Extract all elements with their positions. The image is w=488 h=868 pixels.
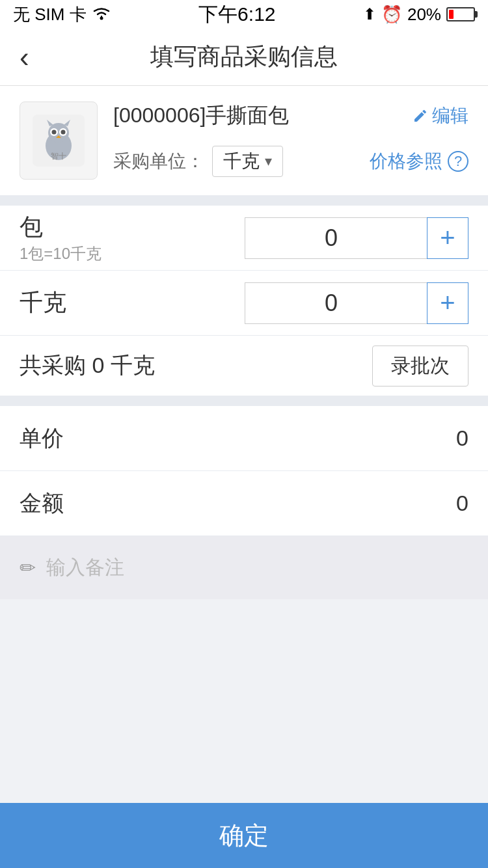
bao-input[interactable] (245, 217, 427, 259)
pencil-icon: ✏ (20, 556, 36, 579)
alarm-icon: ⏰ (381, 5, 402, 25)
remark-placeholder: 输入备注 (46, 554, 124, 581)
battery-percent: 20% (407, 5, 441, 25)
divider-2 (0, 401, 488, 406)
page-title: 填写商品采购信息 (150, 41, 338, 73)
svg-point-8 (52, 130, 57, 135)
summary-row: 共采购 0 千克 录批次 (0, 336, 488, 401)
unit-price-value: 0 (456, 426, 468, 451)
summary-text: 共采购 0 千克 (20, 351, 155, 381)
svg-point-9 (61, 130, 66, 135)
status-bar-left: 无 SIM 卡 (13, 3, 111, 26)
status-bar-right: ⬆ ⏰ 20% (363, 5, 475, 25)
amount-value: 0 (456, 491, 468, 516)
back-button[interactable]: ‹ (20, 43, 29, 72)
content-spacer (0, 599, 488, 803)
remark-section[interactable]: ✏ 输入备注 (0, 536, 488, 599)
batch-button[interactable]: 录批次 (372, 346, 468, 387)
amount-row: 金额 0 (0, 471, 488, 536)
status-time: 下午6:12 (198, 1, 275, 28)
confirm-button[interactable]: 确定 (0, 803, 488, 868)
unit-label: 采购单位： (113, 149, 204, 174)
price-ref-button[interactable]: 价格参照 ? (370, 149, 468, 174)
kg-input[interactable] (245, 282, 427, 324)
kg-label: 千克 (20, 287, 98, 319)
carrier-text: 无 SIM 卡 (13, 3, 87, 26)
product-logo: 智十 (33, 115, 85, 167)
product-card: 智十 [0000006]手撕面包 编辑 采购单位： 千克 ▾ (0, 86, 488, 200)
amount-label: 金额 (20, 489, 64, 519)
bao-sub-label: 1包=10千克 (20, 243, 102, 264)
input-section: 包 1包=10千克 + 千克 + (0, 206, 488, 336)
svg-point-0 (100, 16, 103, 20)
location-icon: ⬆ (363, 5, 376, 23)
kg-plus-button[interactable]: + (427, 282, 468, 324)
bao-plus-button[interactable]: + (427, 217, 468, 259)
kg-input-row: 千克 + (0, 271, 488, 336)
unit-price-row: 单价 0 (0, 406, 488, 471)
wifi-icon (92, 5, 111, 25)
product-info: [0000006]手撕面包 编辑 采购单位： 千克 ▾ 价格参照 ? (113, 102, 468, 177)
product-thumbnail: 智十 (20, 102, 98, 180)
status-bar: 无 SIM 卡 下午6:12 ⬆ ⏰ 20% (0, 0, 488, 29)
bao-input-row: 包 1包=10千克 + (0, 206, 488, 271)
bao-label: 包 (20, 211, 102, 243)
price-section: 单价 0 金额 0 (0, 406, 488, 536)
unit-dropdown-arrow: ▾ (265, 153, 272, 170)
unit-selector[interactable]: 千克 ▾ (212, 146, 283, 177)
battery-icon (446, 7, 475, 21)
price-ref-help-icon: ? (448, 151, 468, 172)
edit-button[interactable]: 编辑 (413, 103, 468, 128)
nav-bar: ‹ 填写商品采购信息 (0, 29, 488, 86)
edit-icon (413, 108, 428, 124)
unit-price-label: 单价 (20, 424, 64, 454)
product-name: [0000006]手撕面包 (113, 102, 289, 130)
divider-1 (0, 200, 488, 206)
svg-text:智十: 智十 (51, 152, 66, 161)
